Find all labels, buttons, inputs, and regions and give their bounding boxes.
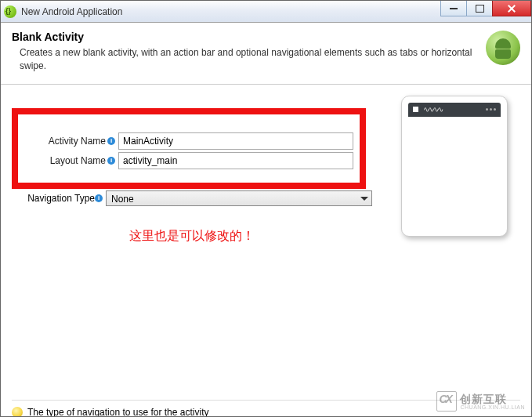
page-description: Creates a new blank activity, with an ac… xyxy=(20,46,473,73)
layout-name-input[interactable] xyxy=(118,152,353,169)
layout-name-label: Layout Name xyxy=(24,155,107,166)
watermark-logo-icon xyxy=(436,391,457,412)
tip-text: The type of navigation to use for the ac… xyxy=(27,407,208,417)
overflow-icon xyxy=(486,108,496,111)
window-title: New Android Application xyxy=(21,6,122,17)
lightbulb-icon xyxy=(12,407,23,417)
app-icon xyxy=(4,5,16,18)
navigation-type-select[interactable]: None xyxy=(106,190,372,206)
android-icon xyxy=(486,31,520,65)
content-area: Activity Name i Layout Name i Navigation… xyxy=(1,85,531,392)
title-placeholder-icon: ∿∿∿∿ xyxy=(423,105,442,114)
minimize-button[interactable] xyxy=(440,1,467,16)
activity-name-label: Activity Name xyxy=(24,136,107,147)
app-square-icon xyxy=(413,107,418,112)
watermark: 创新互联 CHUANG.XIN.HU.LIAN xyxy=(436,391,525,412)
page-heading: Blank Activity xyxy=(12,31,520,43)
info-icon[interactable]: i xyxy=(95,194,103,202)
form-area: Activity Name i Layout Name i Navigation… xyxy=(12,96,372,245)
layout-name-row: Layout Name i xyxy=(24,152,353,169)
navigation-type-row: Navigation Type i None xyxy=(12,190,372,206)
navigation-type-label: Navigation Type xyxy=(12,193,95,204)
watermark-text-pinyin: CHUANG.XIN.HU.LIAN xyxy=(460,404,525,410)
device-preview: ∿∿∿∿ xyxy=(401,96,508,237)
highlight-box: Activity Name i Layout Name i xyxy=(12,108,366,189)
wizard-header: Blank Activity Creates a new blank activ… xyxy=(1,23,531,85)
maximize-button[interactable] xyxy=(466,1,493,16)
activity-name-row: Activity Name i xyxy=(24,132,353,150)
activity-name-input[interactable] xyxy=(118,132,353,150)
preview-actionbar: ∿∿∿∿ xyxy=(408,103,501,117)
close-button[interactable] xyxy=(492,1,531,16)
window-controls xyxy=(441,1,531,16)
navigation-type-value: None xyxy=(111,194,134,205)
annotation-text: 这里也是可以修改的！ xyxy=(12,228,372,245)
title-bar: New Android Application xyxy=(1,1,531,23)
watermark-text-cn: 创新互联 xyxy=(460,393,525,404)
info-icon[interactable]: i xyxy=(107,137,115,145)
info-icon[interactable]: i xyxy=(107,157,115,165)
